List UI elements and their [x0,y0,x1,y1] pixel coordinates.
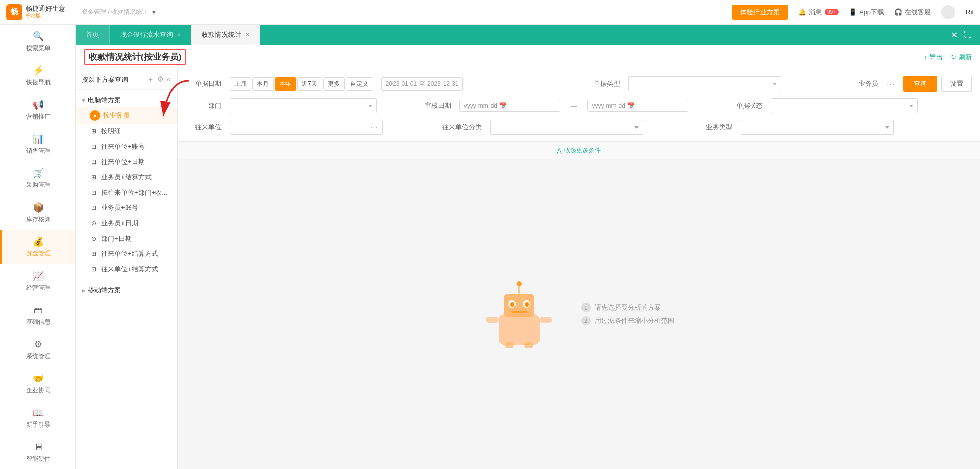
sidebar-item-finance[interactable]: 💰 资金管理 [0,230,75,264]
filter-row-1: 单据日期 上月 本月 本年 近7天 更多 自定义 2023-01-01 [186,76,972,92]
messages-btn[interactable]: 🔔 消息 99+ [798,8,839,17]
tab-home[interactable]: 首页 [76,25,110,45]
pc-scheme-root[interactable]: ▶ 电脑端方案 [76,93,177,107]
tree-item-counter-settle1[interactable]: ⊞ 往来单位+结算方式 [76,246,177,262]
refresh-icon: ↻ [951,53,957,61]
left-panel-title: 按以下方案查询 [82,75,128,84]
settings-btn[interactable]: 设置 [941,76,972,92]
svg-rect-0 [499,314,540,345]
tree-item-by-salesperson[interactable]: ● 按业务员 [76,107,177,124]
app-download-label: App下载 [859,8,884,17]
biz-type-select[interactable] [741,120,894,135]
sidebar-item-business[interactable]: 📈 经营管理 [0,264,75,298]
guide-icon: 📖 [33,407,44,418]
tree-item-counter-date[interactable]: ⊡ 往来单位+日期 [76,154,177,170]
tab-bank-close-icon[interactable]: × [177,31,181,38]
sidebar-item-system[interactable]: ⚙ 系统管理 [0,333,75,367]
tab-bank[interactable]: 现金银行流水查询 × [110,25,191,45]
this-year-btn[interactable]: 本年 [275,77,296,91]
tree-item-counter-settle2[interactable]: ⊡ 往来单位+结算方式 [76,262,177,277]
right-panel: 单据日期 上月 本月 本年 近7天 更多 自定义 2023-01-01 [178,69,980,469]
collapse-filter-btn[interactable]: ⋀ 收起更多条件 [178,142,980,159]
last-7days-btn[interactable]: 近7天 [297,77,322,91]
date-range-input[interactable]: 2023-01-01 至 2023-12-31 [381,77,463,91]
tree-item-dept-date[interactable]: ⊙ 部门+日期 [76,231,177,246]
query-btn[interactable]: 查询 [903,76,937,92]
sidebar-item-sales[interactable]: 📊 销售管理 [0,127,75,161]
bill-status-select[interactable] [771,98,918,113]
this-month-btn[interactable]: 本月 [252,77,274,91]
counter-more-icon[interactable]: ··· [371,124,378,130]
sidebar-item-basic[interactable]: 🗃 基础信息 [0,298,75,333]
maximize-window-icon[interactable]: ⛶ [964,30,972,39]
empty-state: 1 请先选择要分析的方案 2 用过滤条件来缩小分析范围 [178,159,980,469]
avatar[interactable] [941,5,955,19]
page-title: 收款情况统计(按业务员) [84,49,186,65]
custom-date-btn[interactable]: 自定义 [346,77,373,91]
tab-receipt[interactable]: 收款情况统计 × [191,25,260,45]
counter-select[interactable]: ··· [230,120,383,135]
tab-receipt-close-icon[interactable]: × [246,31,249,38]
close-window-icon[interactable]: ✕ [951,30,958,40]
sidebar-item-enterprise[interactable]: 🤝 企业协同 [0,367,75,401]
purchase-icon: 🛒 [33,168,44,179]
sidebar-label-hardware: 智能硬件 [26,455,51,463]
counter-category-label: 往来单位分类 [441,123,482,132]
date-from-text: 2023-01-01 [386,80,417,87]
sidebar-item-search[interactable]: 🔍 搜索菜单 [0,25,75,59]
counter-category-select[interactable] [490,120,643,135]
tree-item-counter-dept[interactable]: ⊡ 按往来单位+部门+收... [76,185,177,200]
messages-label: 消息 [808,8,822,17]
body-split: 按以下方案查询 ＋ ⚙ « ▶ 电脑端方案 ● [76,69,980,469]
more-date-btn[interactable]: 更多 [323,77,345,91]
refresh-btn[interactable]: ↻ 刷新 [951,53,972,62]
counter-dept-icon: ⊡ [90,189,98,197]
tree-item-counter-settle1-label: 往来单位+结算方式 [101,249,158,259]
sidebar-item-purchase[interactable]: 🛒 采购管理 [0,161,75,196]
audit-date-from-input[interactable]: yyyy-mm-dd 📅 [459,100,560,112]
mobile-scheme-root[interactable]: ▶ 移动端方案 [76,283,177,297]
filter-row-2: 部门 审核日期 yyyy-mm-dd 📅 — [186,98,972,113]
system-icon: ⚙ [33,339,44,350]
bill-status-label: 单据状态 [732,101,763,110]
sp-settlement-icon: ⊞ [90,173,98,181]
collapse-panel-icon[interactable]: « [167,75,171,84]
sidebar-item-inventory[interactable]: 📦 库存核算 [0,196,75,230]
tree-item-sp-date[interactable]: ⊙ 业务员+日期 [76,216,177,231]
audit-date-to-input[interactable]: yyyy-mm-dd 📅 [587,100,689,112]
tab-home-label: 首页 [86,30,99,39]
tree-item-sp-acct[interactable]: ⊡ 业务员+账号 [76,200,177,216]
hardware-icon: 🖥 [33,441,44,453]
tree-item-sp-date-label: 业务员+日期 [101,219,138,228]
last-month-btn[interactable]: 上月 [230,77,251,91]
dept-select[interactable] [230,98,377,113]
sidebar-item-guide[interactable]: 📖 新手引导 [0,401,75,435]
sidebar-label-search: 搜索菜单 [26,44,51,53]
pc-scheme-section: ▶ 电脑端方案 ● 按业务员 ⊞ 按明细 ⊡ [76,90,177,280]
counter-acct-icon: ⊡ [90,143,98,151]
mobile-scheme-arrow-icon: ▶ [82,288,86,293]
tree-item-sp-settlement[interactable]: ⊞ 业务员+结算方式 [76,170,177,185]
tree-item-by-detail[interactable]: ⊞ 按明细 [76,124,177,139]
filter-area: 单据日期 上月 本月 本年 近7天 更多 自定义 2023-01-01 [178,69,980,142]
salesperson-label: 业务员 [853,79,878,88]
search-icon: 🔍 [33,31,44,42]
add-scheme-icon[interactable]: ＋ [146,75,154,84]
mobile-scheme-section: ▶ 移动端方案 [76,280,177,300]
export-btn[interactable]: ↑ 导出 [924,53,943,62]
app-download-btn[interactable]: 📱 App下载 [849,8,884,17]
sidebar-item-quicknav[interactable]: ⚡ 快捷导航 [0,59,75,93]
sidebar-item-hardware[interactable]: 🖥 智能硬件 [0,435,75,469]
tree-item-sp-settlement-label: 业务员+结算方式 [101,173,152,182]
scheme-settings-icon[interactable]: ⚙ [157,75,164,84]
sidebar-label-quicknav: 快捷导航 [26,78,51,87]
salesperson-more-icon[interactable]: ··· [887,80,895,88]
hint-num-1: 1 [581,303,591,312]
sidebar-item-marketing[interactable]: 📢 营销推广 [0,93,75,127]
audit-date-separator: — [569,102,579,110]
bell-icon: 🔔 [798,8,806,16]
trial-btn[interactable]: 体验行业方案 [732,5,788,20]
online-service-btn[interactable]: 🎧 在线客服 [894,8,931,17]
bill-type-select[interactable] [628,76,781,91]
tree-item-counter-acct[interactable]: ⊡ 往来单位+账号 [76,139,177,154]
